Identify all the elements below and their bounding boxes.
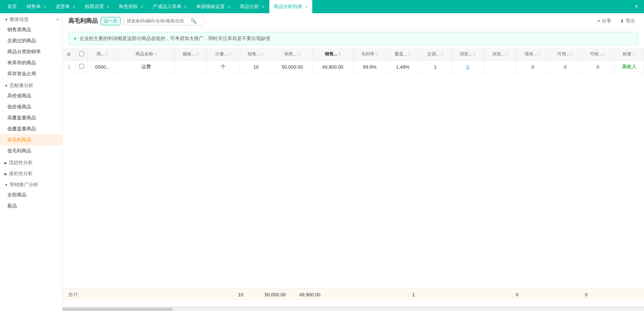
row-col6: 10 <box>240 61 272 73</box>
row-browse2 <box>484 61 517 73</box>
nav-permission-close[interactable]: × <box>107 4 109 9</box>
col-transaction[interactable]: 交易...⇅ <box>419 48 452 61</box>
sidebar-item-traded-goods[interactable]: 交易过的商品 <box>0 35 62 46</box>
nav-template-close[interactable]: × <box>228 4 230 9</box>
footer-col7: 50,000.00 <box>258 292 292 297</box>
info-icon: ✦ <box>73 36 77 41</box>
group-growth-arrow: ▶ <box>4 172 7 176</box>
footer-label: 合计: <box>68 291 79 298</box>
group-marketing-arrow: ▼ <box>4 183 8 187</box>
col-browse1[interactable]: 浏览...⇅ <box>451 48 484 61</box>
col-code[interactable]: 商...⇅ <box>87 48 118 61</box>
sidebar-item-high-value[interactable]: 高价值商品 <box>0 90 62 101</box>
sidebar-item-high-margin[interactable]: 高毛利商品 <box>0 134 62 145</box>
nav-template[interactable]: 单据模板设置 × <box>192 0 234 13</box>
share-icon: ↗ <box>596 18 600 24</box>
search-input[interactable] <box>127 18 189 23</box>
nav-sales-close[interactable]: × <box>44 4 46 9</box>
nav-product-analysis[interactable]: 商品分析 × <box>235 0 269 13</box>
row-unit: 个 <box>207 61 240 73</box>
col-coverage[interactable]: 覆盖...⇅ <box>386 48 419 61</box>
col-tag[interactable]: 标签⇅ <box>614 48 644 61</box>
close-all-button[interactable]: × <box>632 3 641 10</box>
col-spec[interactable]: 规格...⇅ <box>175 48 207 61</box>
recent-month-button[interactable]: 近一月 <box>101 17 120 25</box>
footer-col6: 10 <box>223 292 258 297</box>
col-unit[interactable]: 计量...⇅ <box>207 48 240 61</box>
col-sales1[interactable]: 销售...⇅ <box>240 48 272 61</box>
nav-purchase[interactable]: 进货单 × <box>51 0 79 13</box>
export-icon: ⬇ <box>620 18 624 24</box>
sidebar-item-high-coverage[interactable]: 高覆盖量商品 <box>0 112 62 123</box>
row-spec <box>175 61 207 73</box>
nav-product-analysis-close[interactable]: × <box>262 4 264 9</box>
data-table: ⚙ 商...⇅ 商品名称⇅ 规格...⇅ 计量...⇅ 销售...⇅ 销售...… <box>62 48 644 73</box>
search-icon[interactable]: 🔍 <box>191 18 197 24</box>
sidebar-item-low-coverage[interactable]: 低覆盖量商品 <box>0 123 62 134</box>
col-available[interactable]: 可用...⇅ <box>549 48 582 61</box>
sidebar-group-trend[interactable]: ▶ 流趋性分析 <box>0 156 62 167</box>
sidebar: « ▼ 整体信息 销售类商品 交易过的商品 商品分类助销率 有库存的商品 库存资… <box>0 13 62 311</box>
nav-finished-goods[interactable]: 产成品入库单 × <box>148 0 191 13</box>
col-browse2[interactable]: 浏览...⇅ <box>484 48 517 61</box>
sidebar-group-contribution[interactable]: ▼ 贡献量分析 <box>0 79 62 90</box>
select-all-checkbox[interactable] <box>79 51 84 56</box>
row-name: 运费 <box>118 61 175 73</box>
search-box: 🔍 <box>123 17 204 25</box>
row-transaction: 1 <box>419 61 452 73</box>
sidebar-group-marketing[interactable]: ▼ 营销推广分析 <box>0 178 62 189</box>
row-tag: 高收入 <box>614 61 644 73</box>
row-col8: 49,900.00 <box>313 61 353 73</box>
main-layout: « ▼ 整体信息 销售类商品 交易过的商品 商品分类助销率 有库存的商品 库存资… <box>0 13 644 311</box>
nav-permission[interactable]: 权限设置 × <box>80 0 114 13</box>
sidebar-item-sales-goods[interactable]: 销售类商品 <box>0 24 62 35</box>
nav-home[interactable]: 首页 <box>3 0 21 13</box>
sidebar-item-in-stock[interactable]: 有库存的商品 <box>0 57 62 68</box>
browse1-link[interactable]: 0 <box>451 61 484 73</box>
nav-purchase-close[interactable]: × <box>73 4 75 9</box>
sidebar-group-growth[interactable]: ▶ 成长性分析 <box>0 167 62 178</box>
scroll-thumb[interactable] <box>62 308 173 311</box>
nav-finished-close[interactable]: × <box>184 4 187 9</box>
sidebar-item-category-rate[interactable]: 商品分类助销率 <box>0 46 62 57</box>
col-settings[interactable]: ⚙ <box>62 48 76 61</box>
table-row: 1 0000... 运费 个 10 50,000.00 49,900.00 99… <box>62 61 644 73</box>
col-stock[interactable]: 现有...⇅ <box>517 48 549 61</box>
sidebar-item-new-goods[interactable]: 新品 <box>0 200 62 211</box>
row-saleable: 0 <box>582 61 614 73</box>
row-select[interactable] <box>79 64 84 69</box>
col-sales2[interactable]: 销售...⇅ <box>272 48 313 61</box>
col-name[interactable]: 商品名称⇅ <box>118 48 175 61</box>
nav-sales[interactable]: 销售单 × <box>22 0 50 13</box>
row-code: 0000... <box>87 61 118 73</box>
col-gross-rate[interactable]: 毛利率⇅ <box>353 48 387 61</box>
nav-product-analysis-list[interactable]: 商品分析列表 × <box>269 0 312 13</box>
col-saleable[interactable]: 可销...⇅ <box>582 48 614 61</box>
horizontal-scrollbar <box>62 307 644 311</box>
row-stock: 0 <box>517 61 549 73</box>
sidebar-item-stock-capital[interactable]: 库存资金占用 <box>0 68 62 79</box>
group-contribution-arrow: ▼ <box>4 84 8 88</box>
footer-stock: 0 <box>500 292 535 297</box>
col-sales3[interactable]: 销售...⇅ <box>313 48 353 61</box>
footer-bar: 合计: 10 50,000.00 49,900.00 1 0 0 <box>62 289 644 300</box>
footer-col8: 49,900.00 <box>292 292 327 297</box>
sidebar-collapse-button[interactable]: « <box>56 16 59 22</box>
export-button[interactable]: ⬇ 导出 <box>617 16 638 26</box>
table-wrapper: ⚙ 商...⇅ 商品名称⇅ 规格...⇅ 计量...⇅ 销售...⇅ 销售...… <box>62 48 644 311</box>
row-col7: 50,000.00 <box>272 61 313 73</box>
info-banner: ✦ 企业的主要的利润都是这部分商品创造的，可考虑加大推广，同时关注库存是不要出现… <box>68 32 638 45</box>
share-button[interactable]: ↗ 分享 <box>593 16 614 26</box>
col-checkbox <box>76 48 87 61</box>
nav-list-close[interactable]: × <box>305 4 307 9</box>
sidebar-item-low-value[interactable]: 低价值商品 <box>0 101 62 112</box>
nav-role[interactable]: 角色授权 × <box>114 0 147 13</box>
sidebar-item-low-margin[interactable]: 低毛利商品 <box>0 145 62 156</box>
sidebar-group-overview[interactable]: ▼ 整体信息 <box>0 13 62 24</box>
row-available: 0 <box>549 61 582 73</box>
top-nav: 首页 销售单 × 进货单 × 权限设置 × 角色授权 × 产成品入库单 × 单据… <box>0 0 644 13</box>
nav-role-close[interactable]: × <box>141 4 143 9</box>
row-checkbox[interactable] <box>76 61 87 73</box>
row-number: 1 <box>62 61 76 73</box>
sidebar-item-all-goods[interactable]: 全部商品 <box>0 189 62 200</box>
